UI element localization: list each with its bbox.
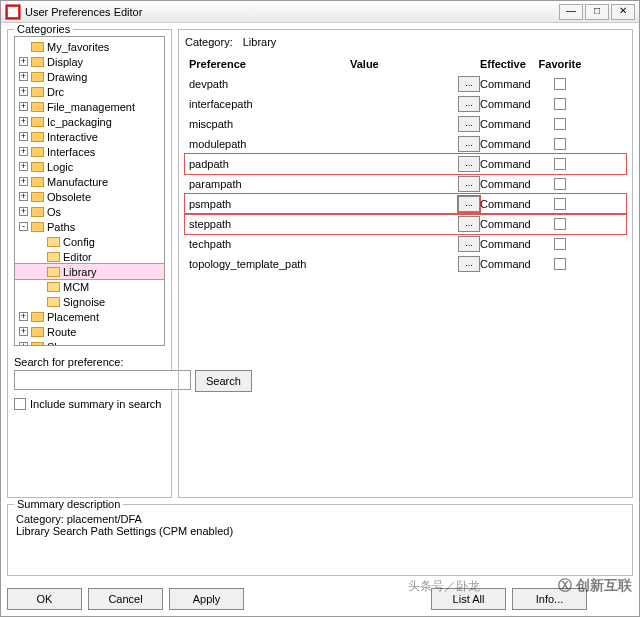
tree-item-ic_packaging[interactable]: +Ic_packaging [15,114,164,129]
ok-button[interactable]: OK [7,588,82,610]
pref-row-topology_template_path: topology_template_path...Command [185,254,626,274]
value-browse-button[interactable]: ... [458,256,480,272]
tree-expander-icon[interactable]: + [19,207,28,216]
tree-item-drawing[interactable]: +Drawing [15,69,164,84]
favorite-checkbox[interactable] [554,138,566,150]
pref-row-modulepath: modulepath...Command [185,134,626,154]
tree-expander-icon[interactable]: + [19,312,28,321]
favorite-checkbox[interactable] [554,158,566,170]
pref-effective: Command [480,138,535,150]
tree-label: Logic [47,161,73,173]
tree-item-paths[interactable]: -Paths [15,219,164,234]
search-input[interactable] [14,370,191,390]
tree-label: Display [47,56,83,68]
summary-line2: Library Search Path Settings (CPM enable… [16,525,624,537]
value-browse-button[interactable]: ... [458,196,480,212]
cancel-button[interactable]: Cancel [88,588,163,610]
search-label: Search for preference: [14,356,165,368]
tree-label: Signoise [63,296,105,308]
include-summary-label: Include summary in search [30,398,161,410]
pref-effective: Command [480,118,535,130]
app-icon [5,4,21,20]
tree-label: Manufacture [47,176,108,188]
tree-expander-icon[interactable]: + [19,57,28,66]
tree-expander-icon[interactable]: + [19,102,28,111]
folder-icon [31,117,44,127]
tree-item-interactive[interactable]: +Interactive [15,129,164,144]
tree-expander-icon[interactable]: + [19,72,28,81]
tree-expander-icon[interactable]: + [19,132,28,141]
category-detail-panel: Category: Library Preference Value Effec… [178,29,633,498]
value-browse-button[interactable]: ... [458,96,480,112]
tree-expander-icon[interactable]: + [19,192,28,201]
tree-item-my_favorites[interactable]: My_favorites [15,39,164,54]
tree-label: Drc [47,86,64,98]
pref-row-techpath: techpath...Command [185,234,626,254]
favorite-checkbox[interactable] [554,198,566,210]
favorite-checkbox[interactable] [554,218,566,230]
tree-item-drc[interactable]: +Drc [15,84,164,99]
tree-item-display[interactable]: +Display [15,54,164,69]
tree-item-signoise[interactable]: Signoise [15,294,164,309]
tree-item-mcm[interactable]: MCM [15,279,164,294]
minimize-button[interactable]: — [559,4,583,20]
category-tree[interactable]: My_favorites+Display+Drawing+Drc+File_ma… [14,36,165,346]
tree-item-logic[interactable]: +Logic [15,159,164,174]
folder-icon [47,237,60,247]
value-browse-button[interactable]: ... [458,136,480,152]
tree-label: File_management [47,101,135,113]
pref-row-steppath: steppath...Command [185,214,626,234]
tree-item-file_management[interactable]: +File_management [15,99,164,114]
category-value: Library [243,36,277,48]
folder-icon [47,267,60,277]
svg-rect-1 [8,7,18,17]
tree-item-interfaces[interactable]: +Interfaces [15,144,164,159]
tree-item-route[interactable]: +Route [15,324,164,339]
folder-icon [31,132,44,142]
value-browse-button[interactable]: ... [458,76,480,92]
folder-icon [31,162,44,172]
favorite-checkbox[interactable] [554,258,566,270]
tree-item-manufacture[interactable]: +Manufacture [15,174,164,189]
value-browse-button[interactable]: ... [458,216,480,232]
tree-expander-icon[interactable]: - [19,222,28,231]
value-browse-button[interactable]: ... [458,176,480,192]
value-browse-button[interactable]: ... [458,116,480,132]
folder-icon [31,312,44,322]
tree-item-placement[interactable]: +Placement [15,309,164,324]
pref-effective: Command [480,238,535,250]
close-button[interactable]: ✕ [611,4,635,20]
favorite-checkbox[interactable] [554,78,566,90]
tree-label: Os [47,206,61,218]
tree-item-config[interactable]: Config [15,234,164,249]
pref-name: techpath [185,238,350,250]
categories-panel: Categories My_favorites+Display+Drawing+… [7,29,172,498]
value-browse-button[interactable]: ... [458,236,480,252]
tree-item-os[interactable]: +Os [15,204,164,219]
tree-item-editor[interactable]: Editor [15,249,164,264]
tree-expander-icon[interactable]: + [19,87,28,96]
tree-expander-icon[interactable]: + [19,177,28,186]
favorite-checkbox[interactable] [554,118,566,130]
tree-expander-icon[interactable]: + [19,117,28,126]
tree-item-obsolete[interactable]: +Obsolete [15,189,164,204]
tree-expander-icon[interactable]: + [19,327,28,336]
favorite-checkbox[interactable] [554,98,566,110]
tree-expander-icon[interactable]: + [19,342,28,346]
maximize-button[interactable]: □ [585,4,609,20]
pref-effective: Command [480,198,535,210]
value-browse-button[interactable]: ... [458,156,480,172]
folder-icon [31,57,44,67]
pref-row-interfacepath: interfacepath...Command [185,94,626,114]
pref-name: steppath [185,218,350,230]
categories-legend: Categories [14,23,73,35]
tree-expander-icon[interactable]: + [19,147,28,156]
tree-item-shapes[interactable]: +Shapes [15,339,164,346]
include-summary-checkbox[interactable] [14,398,26,410]
favorite-checkbox[interactable] [554,178,566,190]
folder-icon [31,222,44,232]
apply-button[interactable]: Apply [169,588,244,610]
tree-item-library[interactable]: Library [15,264,164,279]
tree-expander-icon[interactable]: + [19,162,28,171]
favorite-checkbox[interactable] [554,238,566,250]
